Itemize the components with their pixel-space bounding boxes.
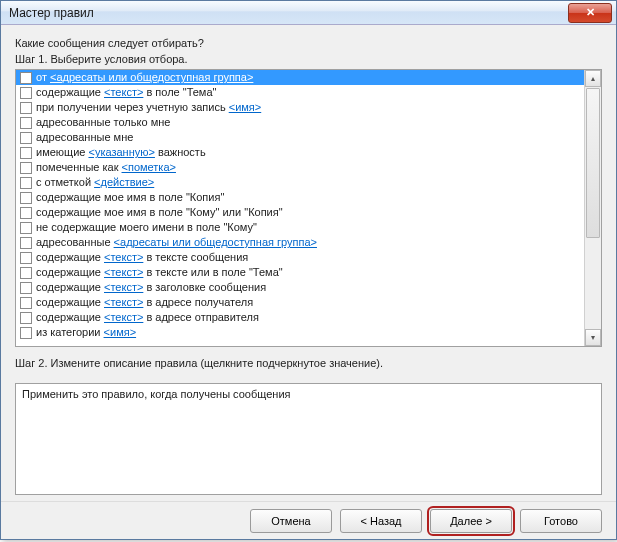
condition-link[interactable]: <текст>: [104, 311, 143, 323]
condition-row[interactable]: содержащие мое имя в поле "Копия": [16, 190, 584, 205]
rule-description-text: Применить это правило, когда получены со…: [22, 388, 291, 400]
button-bar: Отмена < Назад Далее > Готово: [1, 501, 616, 539]
condition-row[interactable]: из категории <имя>: [16, 325, 584, 340]
condition-row[interactable]: содержащие <текст> в заголовке сообщения: [16, 280, 584, 295]
condition-row[interactable]: содержащие мое имя в поле "Кому" или "Ко…: [16, 205, 584, 220]
condition-link[interactable]: <адресаты или общедоступная группа>: [50, 71, 253, 83]
condition-row[interactable]: содержащие <текст> в тексте сообщения: [16, 250, 584, 265]
condition-checkbox[interactable]: [20, 162, 32, 174]
condition-label: содержащие <текст> в заголовке сообщения: [36, 280, 266, 295]
condition-label: содержащие <текст> в поле "Тема": [36, 85, 216, 100]
dialog-title: Мастер правил: [9, 6, 94, 20]
chevron-down-icon: ▾: [591, 333, 595, 342]
scroll-down-button[interactable]: ▾: [585, 329, 601, 346]
condition-label: содержащие <текст> в тексте сообщения: [36, 250, 248, 265]
dialog-body: Какие сообщения следует отбирать? Шаг 1.…: [1, 25, 616, 501]
condition-link[interactable]: <имя>: [229, 101, 262, 113]
conditions-listbox: от <адресаты или общедоступная группа>со…: [15, 69, 602, 347]
condition-row[interactable]: содержащие <текст> в адресе отправителя: [16, 310, 584, 325]
condition-checkbox[interactable]: [20, 87, 32, 99]
condition-row[interactable]: не содержащие моего имени в поле "Кому": [16, 220, 584, 235]
condition-checkbox[interactable]: [20, 207, 32, 219]
condition-label: содержащие <текст> в тексте или в поле "…: [36, 265, 283, 280]
condition-row[interactable]: с отметкой <действие>: [16, 175, 584, 190]
condition-label: адресованные <адресаты или общедоступная…: [36, 235, 317, 250]
condition-label: помеченные как <пометка>: [36, 160, 176, 175]
condition-checkbox[interactable]: [20, 297, 32, 309]
condition-label: с отметкой <действие>: [36, 175, 154, 190]
condition-checkbox[interactable]: [20, 132, 32, 144]
condition-row[interactable]: содержащие <текст> в адресе получателя: [16, 295, 584, 310]
condition-checkbox[interactable]: [20, 327, 32, 339]
condition-link[interactable]: <указанную>: [88, 146, 154, 158]
condition-label: при получении через учетную запись <имя>: [36, 100, 261, 115]
finish-button[interactable]: Готово: [520, 509, 602, 533]
condition-row[interactable]: при получении через учетную запись <имя>: [16, 100, 584, 115]
condition-label: имеющие <указанную> важность: [36, 145, 206, 160]
condition-checkbox[interactable]: [20, 312, 32, 324]
condition-row[interactable]: содержащие <текст> в поле "Тема": [16, 85, 584, 100]
condition-link[interactable]: <текст>: [104, 251, 143, 263]
next-button[interactable]: Далее >: [430, 509, 512, 533]
condition-link[interactable]: <текст>: [104, 281, 143, 293]
condition-label: содержащие <текст> в адресе отправителя: [36, 310, 259, 325]
condition-label: содержащие мое имя в поле "Кому" или "Ко…: [36, 205, 283, 220]
condition-row[interactable]: адресованные <адресаты или общедоступная…: [16, 235, 584, 250]
conditions-list[interactable]: от <адресаты или общедоступная группа>со…: [16, 70, 584, 346]
condition-link[interactable]: <пометка>: [122, 161, 176, 173]
chevron-up-icon: ▴: [591, 74, 595, 83]
condition-checkbox[interactable]: [20, 117, 32, 129]
prompt-text: Какие сообщения следует отбирать?: [15, 37, 602, 49]
condition-link[interactable]: <имя>: [104, 326, 137, 338]
condition-label: адресованные только мне: [36, 115, 170, 130]
condition-row[interactable]: имеющие <указанную> важность: [16, 145, 584, 160]
condition-row[interactable]: адресованные мне: [16, 130, 584, 145]
step2-label: Шаг 2. Измените описание правила (щелкни…: [15, 357, 602, 369]
condition-label: из категории <имя>: [36, 325, 136, 340]
condition-link[interactable]: <текст>: [104, 86, 143, 98]
condition-label: содержащие <текст> в адресе получателя: [36, 295, 253, 310]
close-button[interactable]: ✕: [568, 3, 612, 23]
cancel-button[interactable]: Отмена: [250, 509, 332, 533]
condition-row[interactable]: адресованные только мне: [16, 115, 584, 130]
condition-link[interactable]: <действие>: [94, 176, 154, 188]
condition-row[interactable]: от <адресаты или общедоступная группа>: [16, 70, 584, 85]
condition-checkbox[interactable]: [20, 192, 32, 204]
scroll-up-button[interactable]: ▴: [585, 70, 601, 87]
back-button[interactable]: < Назад: [340, 509, 422, 533]
condition-row[interactable]: помеченные как <пометка>: [16, 160, 584, 175]
condition-label: от <адресаты или общедоступная группа>: [36, 70, 253, 85]
condition-checkbox[interactable]: [20, 252, 32, 264]
condition-link[interactable]: <адресаты или общедоступная группа>: [114, 236, 317, 248]
rule-description-box[interactable]: Применить это правило, когда получены со…: [15, 383, 602, 495]
condition-label: адресованные мне: [36, 130, 133, 145]
condition-checkbox[interactable]: [20, 222, 32, 234]
rules-wizard-dialog: Мастер правил ✕ Какие сообщения следует …: [0, 0, 617, 540]
condition-checkbox[interactable]: [20, 102, 32, 114]
scroll-thumb[interactable]: [586, 88, 600, 238]
condition-checkbox[interactable]: [20, 177, 32, 189]
condition-checkbox[interactable]: [20, 237, 32, 249]
condition-link[interactable]: <текст>: [104, 296, 143, 308]
condition-link[interactable]: <текст>: [104, 266, 143, 278]
step1-label: Шаг 1. Выберите условия отбора.: [15, 53, 602, 65]
condition-checkbox[interactable]: [20, 267, 32, 279]
condition-checkbox[interactable]: [20, 282, 32, 294]
condition-row[interactable]: содержащие <текст> в тексте или в поле "…: [16, 265, 584, 280]
condition-label: содержащие мое имя в поле "Копия": [36, 190, 224, 205]
close-icon: ✕: [586, 6, 595, 19]
condition-checkbox[interactable]: [20, 72, 32, 84]
titlebar: Мастер правил ✕: [1, 1, 616, 25]
condition-label: не содержащие моего имени в поле "Кому": [36, 220, 257, 235]
scrollbar[interactable]: ▴ ▾: [584, 70, 601, 346]
condition-checkbox[interactable]: [20, 147, 32, 159]
